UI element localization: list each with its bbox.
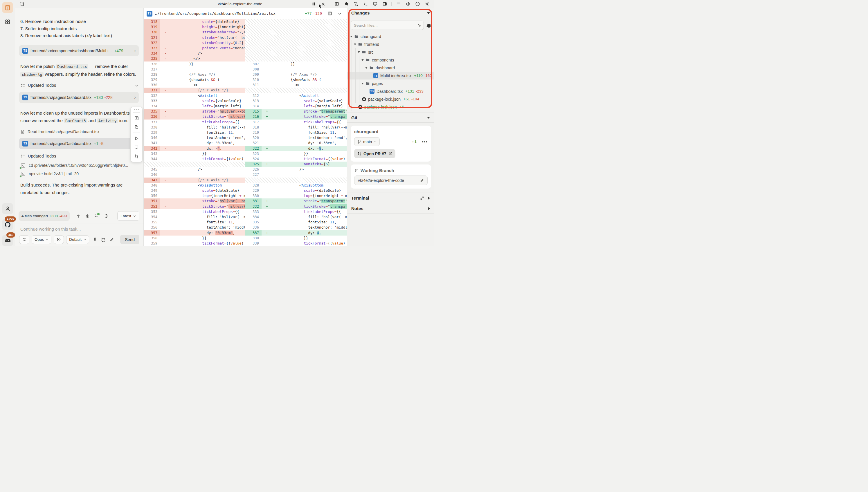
more-options-icon[interactable]: ••• [422,141,428,143]
expand-triangle-icon[interactable] [428,207,430,210]
chevron-down-icon[interactable] [134,83,139,88]
updated-todos-row[interactable]: Updated Todos [20,83,139,88]
announcement-icon[interactable] [405,1,411,7]
terminal-section-header[interactable]: Terminal [347,193,434,203]
line-number: 345 [144,167,160,172]
read-file-row[interactable]: Read frontend/src/pages/Dashboard.tsx [20,129,139,134]
copy-icon[interactable] [133,124,140,130]
mode-dropdown[interactable]: Default [66,235,89,244]
changes-header[interactable]: Changes [347,8,434,18]
caret-down-icon[interactable] [365,67,368,69]
line-number: 333 [245,209,262,214]
file-tree-item[interactable]: churnguard [347,32,434,40]
workspace-icon[interactable] [2,2,13,13]
chat-input[interactable] [20,226,139,231]
version-dropdown[interactable]: Latest [117,211,139,221]
commits-ahead-badge: ↑1 [412,140,417,144]
cat-icon[interactable] [426,23,432,28]
monitor-icon[interactable] [133,144,140,151]
fast-forward-button[interactable] [54,235,64,244]
file-tree-item[interactable]: src [347,48,434,56]
file-tree-item[interactable]: frontend [347,40,434,48]
caret-down-icon[interactable] [350,36,352,38]
chat-bubble-icon[interactable] [344,1,349,7]
pen-icon[interactable] [109,237,115,243]
code-line: height={innerHeight} [171,24,245,30]
open-pr-label: Open PR #7 [363,151,386,156]
line-number: 321 [144,35,160,40]
file-tree-item[interactable]: pages [347,79,434,87]
terminal-command-row[interactable]: cd /private/var/folders/10/h7w0q46556ggr… [20,163,139,168]
run-play-icon[interactable] [133,135,140,142]
line-number: 330 [245,193,262,198]
terminal-icon[interactable] [362,1,368,7]
chevron-down-icon[interactable] [336,10,344,17]
collapse-triangle-icon[interactable] [427,12,430,14]
expand-icon[interactable] [420,196,424,200]
inline-diff-toggle-icon[interactable] [326,10,333,17]
scroll-up-icon[interactable] [76,214,81,218]
todos-status-icon[interactable] [94,214,99,218]
file-tree-item[interactable]: TSDashboard.tsx+131-233 [347,87,434,95]
settings-sliders-button[interactable] [19,235,29,244]
chat-transcript[interactable]: 6. Remove zoom instruction noise7. Softe… [15,8,143,210]
collapse-tree-icon[interactable] [417,23,421,27]
code-line: dy: '0.33em', [171,230,245,236]
diff-line: 345 /> [144,167,245,172]
diff-line: 323 }} [245,151,347,156]
send-button[interactable]: Send [120,235,139,244]
diff-panel: TS …/frontend/src/components/dashboard/M… [144,8,347,246]
expand-triangle-icon[interactable] [428,197,430,200]
model-dropdown[interactable]: Opus [32,235,51,244]
attach-paperclip-icon[interactable] [91,237,98,243]
git-header[interactable]: Git [347,113,434,123]
caret-down-icon[interactable] [354,44,356,45]
settings-gear-icon[interactable] [424,1,430,7]
file-diff-chip[interactable]: TS frontend/src/components/dashboard/Mul… [19,45,139,56]
spark-icon[interactable] [85,214,90,218]
caret-down-icon[interactable] [361,59,364,61]
notes-section-header[interactable]: Notes [347,203,434,214]
file-tree-item[interactable]: components [347,56,434,64]
monitor-icon[interactable] [372,1,378,7]
caret-down-icon[interactable] [361,83,364,84]
line-number: 329 [144,77,160,82]
pencil-edit-icon[interactable] [420,178,424,182]
archive-box-icon[interactable] [19,1,25,7]
file-tree-item[interactable]: TSMultiLineArea.tsx+110-162 [347,72,434,79]
menu-icon[interactable] [395,1,401,7]
updated-todos-row[interactable]: Updated Todos [20,154,139,159]
account-icon[interactable] [2,203,13,214]
working-branch-field[interactable]: vk/4e2a-explore-the-code [354,175,428,185]
pause-icon[interactable] [311,1,316,7]
git-compare-icon[interactable] [353,1,359,7]
collapse-triangle-icon[interactable] [427,117,430,119]
diff-line: 343 }} [144,151,245,156]
diff-line: 338 }} [245,236,347,241]
branch-selector[interactable]: main [354,137,380,146]
diff-marker [262,120,273,125]
cat-icon[interactable] [100,237,107,243]
file-diff-chip[interactable]: TS frontend/src/pages/Dashboard.tsx +1 -… [19,138,139,149]
file-tree-item[interactable]: dashboard [347,64,434,72]
grid-view-icon[interactable] [2,16,13,27]
diff-line: 329 {showAxis && ( [144,77,245,82]
open-pr-button[interactable]: Open PR #7 [354,149,395,158]
line-number: 317 [245,120,262,125]
help-icon[interactable] [415,1,420,7]
files-changed-chip[interactable]: 4 files changed +308 -499 [19,211,70,221]
terminal-command-row[interactable]: npx vite build 2>&1 | tail -20 [20,171,139,177]
git-compare-icon[interactable] [133,153,140,160]
caret-down-icon[interactable] [358,51,360,53]
file-diff-chip[interactable]: TS frontend/src/pages/Dashboard.tsx +130… [19,92,139,103]
more-options-icon[interactable] [134,109,139,110]
file-tree-item[interactable]: package-lock.json+6 [347,103,434,111]
diff-view-icon[interactable] [133,115,140,122]
file-tree-item[interactable]: package-lock.json+61-104 [347,95,434,103]
panel-left-icon[interactable] [334,1,339,7]
model-label: Opus [34,237,44,242]
typescript-file-icon: TS [370,89,375,94]
panel-right-icon[interactable] [382,1,388,7]
diff-body[interactable]: 318- scale={dateScale}319- height={inner… [144,19,347,246]
search-input[interactable] [354,23,417,28]
